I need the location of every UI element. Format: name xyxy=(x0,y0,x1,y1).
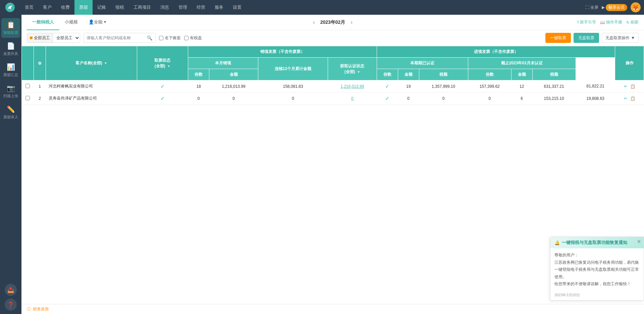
tab-small-scale[interactable]: 小规模 xyxy=(59,15,83,30)
row2-month-tax: 0 xyxy=(258,92,328,105)
nav-manage[interactable]: 管理 xyxy=(174,0,192,15)
manual-btn[interactable]: 📖 操作手册 xyxy=(600,19,622,25)
sidebar-item-label-scan: 扫描上传 xyxy=(3,93,18,99)
row2-cumulative[interactable]: 0 xyxy=(328,92,377,105)
row1-cumulative[interactable]: 1,216,013.99 xyxy=(328,80,377,92)
row2-checkbox-input[interactable] xyxy=(25,96,30,100)
employee-select-label: 全部员工 xyxy=(27,33,53,43)
dropdown-arrow-icon: ▼ xyxy=(631,36,635,40)
top-navigation: 首页 客户 收费 票据 记账 报税 工商项目 消息 管理 经营 服务 设置 ⛶ … xyxy=(0,0,644,15)
col-month-sales-header: 本月销项 xyxy=(188,58,258,69)
checkbox-account-input[interactable] xyxy=(159,36,163,40)
sidebar-item-smart-fetch[interactable]: 📋 智能取票 xyxy=(1,18,20,38)
guide-btn[interactable]: ? 新手引导 xyxy=(577,19,596,25)
tab-general-label: 一般纳税人 xyxy=(32,19,54,25)
col-name-header[interactable]: 客户名称(全部) ▼ xyxy=(46,46,137,80)
nav-billing[interactable]: 收费 xyxy=(56,0,74,15)
col-cert-amount-header: 金额 xyxy=(398,69,419,80)
row1-more-icon[interactable]: 📋 xyxy=(630,84,635,89)
nav-tax[interactable]: 报税 xyxy=(111,0,129,15)
nav-settings[interactable]: 设置 xyxy=(228,0,246,15)
top-nav-right: ⛶ 全屏 ▶ 畅享会员 🦊 xyxy=(585,2,641,12)
sidebar-item-label-entry: 票据录入 xyxy=(3,115,18,120)
nav-customers[interactable]: 客户 xyxy=(38,0,56,15)
col-cert-status-header[interactable]: 获取认证状态 (全部) ▼ xyxy=(328,58,377,80)
sidebar-item-invoice-summary[interactable]: 📊 票据汇总 xyxy=(1,60,20,80)
row1-checkbox-input[interactable] xyxy=(25,84,30,88)
row1-month-tax: 158,081.83 xyxy=(258,80,328,92)
checkbox-account[interactable]: 名下账套 xyxy=(159,35,181,41)
row1-cert-tax: 157,399.62 xyxy=(468,80,511,92)
notification-text: 尊敬的用户： xyxy=(554,252,640,259)
col-fetch-status-header[interactable]: 取票状态 (全部) ▼ xyxy=(137,46,188,80)
nav-messages[interactable]: 消息 xyxy=(156,0,174,15)
no-disk-ops-btn[interactable]: 无盘取票操作 ▼ xyxy=(602,33,639,43)
row1-no: 1 xyxy=(34,80,46,92)
toolbar: 全部员工 全部员工 🔍 名下账套 有税盘 一键取票 无盘取票 xyxy=(21,30,644,46)
row2-fetch-status: ✓ xyxy=(137,92,188,105)
search-button[interactable]: 🔍 xyxy=(144,33,155,43)
row1-edit-icon[interactable]: ✏ xyxy=(624,84,627,89)
tab-all[interactable]: 👤 全能 ▼ xyxy=(83,15,112,30)
row2-cert-amount: 0 xyxy=(419,92,468,105)
row1-checkbox[interactable] xyxy=(22,80,34,92)
user-avatar[interactable]: 🦊 xyxy=(631,2,641,12)
col-action-header: 操作 xyxy=(615,46,644,80)
col-group-purchase: 进项发票（不含作废票） xyxy=(377,46,615,58)
tab-general-taxpayer[interactable]: 一般纳税人 xyxy=(27,15,59,30)
row2-uncert-amount: 153,215.10 xyxy=(532,92,576,105)
nav-home[interactable]: 首页 xyxy=(20,0,38,15)
nav-invoices[interactable]: 票据 xyxy=(74,0,93,15)
sidebar-item-invoice-issue[interactable]: 📄 发票开具 xyxy=(1,39,20,59)
col-cumulative-header: 连续12个月累计金额 xyxy=(258,58,328,80)
checkbox-taxdisk[interactable]: 有税盘 xyxy=(184,35,202,41)
employee-select-dropdown[interactable]: 全部员工 xyxy=(53,33,80,43)
row1-cumulative-link[interactable]: 1,216,013.99 xyxy=(340,84,364,89)
row1-cert-count: 19 xyxy=(398,80,419,92)
notification-bell-icon: 🔔 xyxy=(554,240,560,245)
row2-checkbox[interactable] xyxy=(22,92,34,105)
download-btn[interactable]: 📥 xyxy=(5,284,17,296)
row2-cumulative-link[interactable]: 0 xyxy=(351,96,354,101)
row2-edit-icon[interactable]: ✏ xyxy=(624,96,627,101)
col-uncert-amount-header: 金额 xyxy=(511,69,532,80)
app-logo[interactable] xyxy=(3,1,17,14)
one-key-fetch-btn[interactable]: 一键取票 xyxy=(545,33,571,43)
sidebar-bottom: 📥 ❓ xyxy=(5,284,17,311)
row1-month-count: 18 xyxy=(188,80,209,92)
row2-more-icon[interactable]: 📋 xyxy=(630,96,635,101)
nav-items: 首页 客户 收费 票据 记账 报税 工商项目 消息 管理 经营 服务 设置 xyxy=(20,0,585,15)
no-disk-fetch-btn[interactable]: 无盘取票 xyxy=(574,33,599,43)
tax-policy-link[interactable]: 税务政策 xyxy=(33,306,49,312)
nav-operations[interactable]: 经营 xyxy=(192,0,210,15)
row1-uncert-amount: 631,337.21 xyxy=(532,80,576,92)
date-display: 2023年02月 xyxy=(320,19,345,25)
notification-close-btn[interactable]: ✕ xyxy=(637,239,641,244)
date-next-btn[interactable]: › xyxy=(349,19,354,26)
nav-business[interactable]: 工商项目 xyxy=(129,0,156,15)
sidebar-item-invoice-entry[interactable]: ✏️ 票据录入 xyxy=(1,103,20,122)
notification-text2: 江苏政务网已恢复访问电子税务局功能，易代账一键登陆电子税务局与无盘取票相关功能可… xyxy=(554,259,640,281)
row1-cert-amount: 1,357,999.10 xyxy=(419,80,468,92)
date-prev-btn[interactable]: ‹ xyxy=(312,19,316,26)
fullscreen-btn[interactable]: ⛶ 全屏 xyxy=(585,5,598,10)
sidebar-item-scan-upload[interactable]: 📷 扫描上传 xyxy=(1,81,20,101)
nav-bookkeeping[interactable]: 记账 xyxy=(93,0,111,15)
tab-small-label: 小规模 xyxy=(65,19,78,25)
row1-cert-check-icon: ✓ xyxy=(385,83,389,89)
refresh-btn[interactable]: ↻ 刷新 xyxy=(626,19,639,25)
row2-cert-check-icon: ✓ xyxy=(385,96,389,101)
row1-name: 河北柯睿枫实业有限公司 xyxy=(46,80,137,92)
checkbox-taxdisk-input[interactable] xyxy=(184,36,189,40)
search-box: 🔍 xyxy=(84,33,156,43)
table-row: 1 河北柯睿枫实业有限公司 ✓ 18 1,216,013.99 158,081.… xyxy=(22,80,644,92)
col-cert-count-header: 份数 xyxy=(377,69,398,80)
help-btn[interactable]: ❓ xyxy=(5,299,17,311)
vip-btn[interactable]: ▶ 畅享会员 xyxy=(602,4,627,11)
notification-text3: 给您带来的不便敬请谅解，祝您工作愉快！ xyxy=(554,280,640,288)
row2-cert-status: ✓ xyxy=(377,92,398,105)
search-input[interactable] xyxy=(84,33,144,43)
row2-month-amount: 0 xyxy=(209,92,258,105)
nav-service[interactable]: 服务 xyxy=(210,0,228,15)
date-navigator: ‹ 2023年02月 › xyxy=(312,19,354,26)
